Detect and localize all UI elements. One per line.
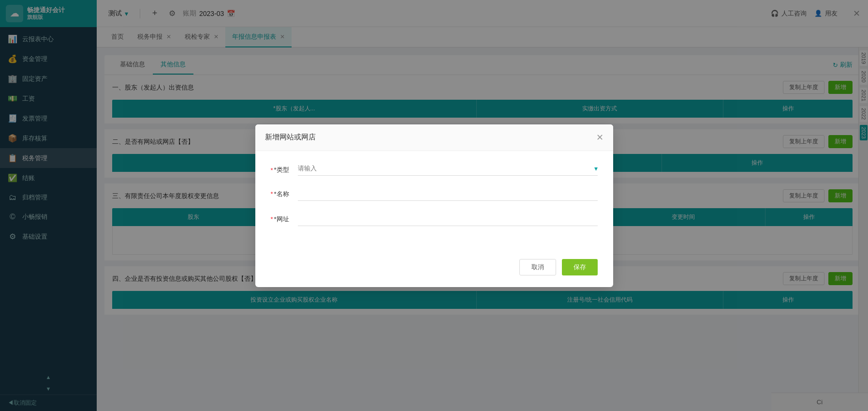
form-field-url: **网址 <box>271 213 598 226</box>
dialog-body: **类型 ▾ **名称 <box>255 151 613 251</box>
name-input[interactable] <box>298 187 598 201</box>
type-select-container: ▾ <box>298 165 598 176</box>
form-field-type: **类型 ▾ <box>271 165 598 176</box>
form-field-name: **名称 <box>271 187 598 201</box>
add-website-dialog: 新增网站或网店 ✕ **类型 ▾ <box>255 124 613 287</box>
type-label: **类型 <box>271 166 294 174</box>
url-label: **网址 <box>271 215 294 224</box>
dialog-close-button[interactable]: ✕ <box>596 132 603 143</box>
url-input[interactable] <box>298 213 598 226</box>
type-row: **类型 ▾ <box>271 165 598 176</box>
dialog-title: 新增网站或网店 <box>265 133 316 142</box>
type-chevron-icon[interactable]: ▾ <box>594 165 598 172</box>
name-label: **名称 <box>271 190 294 198</box>
type-select-input[interactable] <box>298 165 590 172</box>
dialog-footer: 取消 保存 <box>255 251 613 287</box>
cancel-button[interactable]: 取消 <box>519 259 556 275</box>
dialog-header: 新增网站或网店 ✕ <box>255 124 613 151</box>
save-button[interactable]: 保存 <box>562 259 598 275</box>
url-row: **网址 <box>271 213 598 226</box>
dialog-overlay: 新增网站或网店 ✕ **类型 ▾ <box>0 0 868 411</box>
name-row: **名称 <box>271 187 598 201</box>
